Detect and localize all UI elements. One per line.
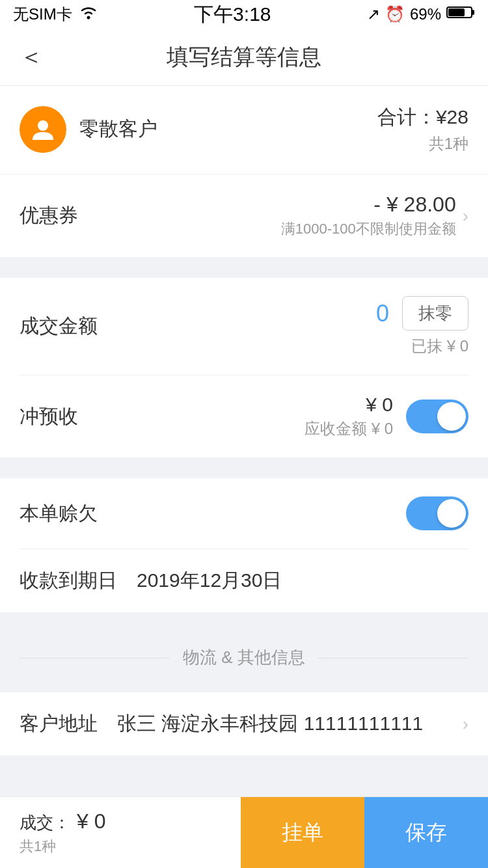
transaction-label: 成交金额 <box>20 313 98 340</box>
form-section: 成交金额 0 抹零 已抹 ¥ 0 冲预收 ¥ 0 应收金额 ¥ 0 <box>0 278 488 457</box>
battery-text: 69% <box>410 5 441 23</box>
logistics-divider: 物流 & 其他信息 <box>0 633 488 682</box>
due-date-label: 收款到期日 <box>20 567 117 594</box>
svg-point-4 <box>38 120 48 131</box>
save-button[interactable]: 保存 <box>364 797 488 869</box>
status-right: ↗ ⏰ 69% <box>367 5 475 23</box>
page-title: 填写结算等信息 <box>167 42 321 72</box>
section-divider-1 <box>0 267 488 278</box>
nav-bar: ＜ 填写结算等信息 <box>0 29 488 86</box>
status-left: 无SIM卡 <box>13 4 98 25</box>
bottom-summary-label: 成交： <box>20 811 70 834</box>
transaction-sub-info: 已抹 ¥ 0 <box>411 336 468 357</box>
address-value: 张三 海淀永丰科技园 11111111111 <box>117 711 463 737</box>
customer-section: 零散客户 合计：¥28 共1种 优惠券 - ¥ 28.00 满1000-100不… <box>0 86 488 257</box>
chevron-right-icon: › <box>463 206 468 226</box>
round-zero-button[interactable]: 抹零 <box>402 296 468 331</box>
svg-point-0 <box>87 16 90 20</box>
status-bar: 无SIM卡 下午3:18 ↗ ⏰ 69% <box>0 0 488 29</box>
address-label: 客户地址 <box>20 711 98 737</box>
prepayment-sub: 应收金额 ¥ 0 <box>305 418 393 439</box>
prepayment-amount: ¥ 0 <box>305 394 393 416</box>
hang-single-label: 挂单 <box>282 819 323 847</box>
svg-rect-2 <box>472 10 474 15</box>
prepayment-row: 冲预收 ¥ 0 应收金额 ¥ 0 <box>20 375 468 457</box>
coupon-row[interactable]: 优惠券 - ¥ 28.00 满1000-100不限制使用金额 › <box>0 174 488 257</box>
toggle-knob <box>437 402 466 431</box>
customer-total: 合计：¥28 共1种 <box>377 104 468 154</box>
total-count: 共1种 <box>377 133 468 154</box>
bottom-summary-main: 成交： ¥ 0 <box>20 809 221 834</box>
credit-row: 本单赊欠 <box>20 478 468 549</box>
wifi-icon <box>79 5 98 23</box>
credit-toggle-knob <box>437 499 466 528</box>
transaction-amount-input[interactable]: 0 <box>363 300 389 327</box>
prepayment-right: ¥ 0 应收金额 ¥ 0 <box>305 394 468 439</box>
coupon-label: 优惠券 <box>20 202 78 229</box>
address-chevron-icon: › <box>463 714 468 735</box>
coupon-desc: 满1000-100不限制使用金额 <box>281 219 456 239</box>
hang-single-button[interactable]: 挂单 <box>241 797 364 869</box>
save-label: 保存 <box>405 819 447 847</box>
bottom-summary-sub: 共1种 <box>20 837 221 856</box>
prepayment-toggle[interactable] <box>406 400 468 433</box>
coupon-right: - ¥ 28.00 满1000-100不限制使用金额 › <box>281 193 468 239</box>
credit-label: 本单赊欠 <box>20 500 98 527</box>
customer-avatar <box>20 106 66 153</box>
address-row[interactable]: 客户地址 张三 海淀永丰科技园 11111111111 › <box>20 692 468 755</box>
bottom-bar: 成交： ¥ 0 共1种 挂单 保存 <box>0 796 488 868</box>
transaction-value-area: 0 抹零 <box>363 296 468 331</box>
coupon-amount: - ¥ 28.00 <box>281 193 456 217</box>
customer-row: 零散客户 合计：¥28 共1种 <box>0 86 488 172</box>
transaction-row: 成交金额 0 抹零 已抹 ¥ 0 <box>20 278 468 375</box>
svg-rect-3 <box>448 8 465 16</box>
prepayment-amount-area: ¥ 0 应收金额 ¥ 0 <box>305 394 393 439</box>
back-button[interactable]: ＜ <box>20 41 43 73</box>
coupon-info: - ¥ 28.00 满1000-100不限制使用金额 <box>281 193 456 239</box>
section-divider-2 <box>0 468 488 478</box>
credit-toggle[interactable] <box>406 496 468 530</box>
due-date-value[interactable]: 2019年12月30日 <box>137 567 282 594</box>
battery-icon <box>446 5 475 23</box>
customer-info: 零散客户 <box>20 106 157 153</box>
logistics-label: 物流 & 其他信息 <box>170 646 318 669</box>
address-section: 客户地址 张三 海淀永丰科技园 11111111111 › <box>0 692 488 755</box>
no-sim-text: 无SIM卡 <box>13 4 72 25</box>
bottom-summary: 成交： ¥ 0 共1种 <box>0 809 241 856</box>
section-divider-3 <box>0 623 488 633</box>
status-time: 下午3:18 <box>194 1 271 28</box>
credit-section: 本单赊欠 收款到期日 2019年12月30日 <box>0 478 488 612</box>
prepayment-label: 冲预收 <box>20 403 78 430</box>
customer-name: 零散客户 <box>79 116 157 142</box>
alarm-icon: ⏰ <box>385 5 405 23</box>
bottom-summary-amount: ¥ 0 <box>77 809 105 834</box>
due-date-row: 收款到期日 2019年12月30日 <box>20 549 468 612</box>
section-divider-4 <box>0 682 488 692</box>
total-amount: 合计：¥28 <box>377 104 468 131</box>
location-icon: ↗ <box>367 5 380 23</box>
